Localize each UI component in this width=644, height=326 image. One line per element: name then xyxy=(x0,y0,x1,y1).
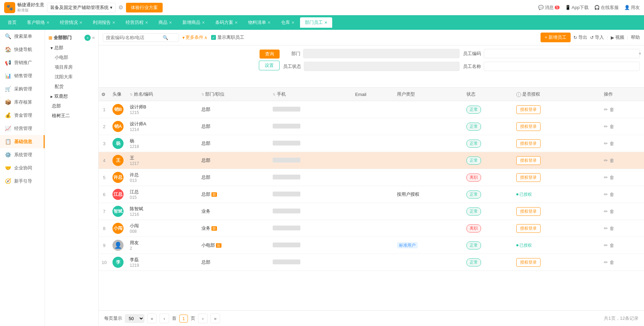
per-page-select[interactable]: 50 20 100 xyxy=(125,314,144,323)
edit-button[interactable]: ✏ xyxy=(604,192,608,197)
delete-button[interactable]: 🗑 xyxy=(609,209,614,214)
edit-button[interactable]: ✏ xyxy=(604,141,608,146)
add-employee-button[interactable]: + 新增员工 xyxy=(541,33,571,42)
tab-new-goods[interactable]: 新增商品 ✕ xyxy=(178,17,210,28)
close-icon[interactable]: ✕ xyxy=(112,20,115,25)
dept-node-xiaodibu[interactable]: 小电部 xyxy=(48,53,98,62)
dept-node-xiangmu[interactable]: 项目库房 xyxy=(48,62,98,72)
dept-collapse-button[interactable]: « xyxy=(92,35,95,41)
dept-node-zhishu[interactable]: 植树王二 xyxy=(48,111,98,121)
tab-department-staff[interactable]: 部门员工 ✕ xyxy=(300,17,332,28)
sort-icon3[interactable]: ⇅ xyxy=(273,92,275,96)
search-input-wrap[interactable]: 🔍 xyxy=(103,33,179,42)
tab-warehouse[interactable]: 仓库 ✕ xyxy=(276,17,299,28)
delete-button[interactable]: 🗑 xyxy=(609,192,614,197)
delete-button[interactable]: 🗑 xyxy=(609,259,614,265)
edit-button[interactable]: ✏ xyxy=(604,124,608,129)
edit-button[interactable]: ✏ xyxy=(604,175,608,180)
edit-button[interactable]: ✏ xyxy=(604,259,608,265)
auth-login-button[interactable]: 授权登录 xyxy=(516,139,541,148)
emp-status-select[interactable] xyxy=(304,62,460,71)
tab-operation[interactable]: 经营情况 ✕ xyxy=(55,17,87,28)
import-button[interactable]: ↺ 导入 xyxy=(590,34,604,41)
edit-button[interactable]: ✏ xyxy=(604,209,608,214)
dept-select[interactable] xyxy=(303,49,460,58)
tab-home[interactable]: 首页 xyxy=(3,17,21,28)
help-button[interactable]: 帮助 xyxy=(631,34,640,41)
close-icon[interactable]: ✕ xyxy=(145,20,148,25)
sidebar-item-collab[interactable]: 🤝 企业协同 xyxy=(0,161,45,175)
delete-button[interactable]: 🗑 xyxy=(609,107,614,112)
auth-login-button[interactable]: 授权登录 xyxy=(516,173,541,182)
trial-button[interactable]: 体验行业方案 xyxy=(126,3,163,12)
tab-history[interactable]: 经营历程 ✕ xyxy=(121,17,153,28)
delete-button[interactable]: 🗑 xyxy=(609,124,614,129)
sidebar-item-nav[interactable]: 🏠 快捷导航 xyxy=(0,43,45,56)
user-avatar[interactable]: 👤 用友 xyxy=(624,5,640,11)
delete-button[interactable]: 🗑 xyxy=(609,175,614,180)
system-title[interactable]: 装备及固定资产辅助管理系统 ▾ xyxy=(47,3,116,12)
dept-node-peihuo[interactable]: 配货 xyxy=(48,82,98,91)
sort-icon2[interactable]: ⇅ xyxy=(201,92,204,96)
last-page-button[interactable]: » xyxy=(210,314,220,323)
tab-customer[interactable]: 客户联络 ✕ xyxy=(22,17,54,28)
dept-node-zongbu-expand[interactable]: ▾ 总部 xyxy=(48,43,98,53)
query-button[interactable]: 查询 xyxy=(260,50,280,59)
delete-button[interactable]: 🗑 xyxy=(609,141,614,146)
close-icon[interactable]: ✕ xyxy=(291,20,294,25)
auth-login-button[interactable]: 授权登录 xyxy=(516,258,541,267)
delete-button[interactable]: 🗑 xyxy=(609,243,614,248)
sidebar-item-marketing[interactable]: 📢 营销推广 xyxy=(0,56,45,69)
prev-page-button[interactable]: ‹ xyxy=(160,314,169,323)
sidebar-item-finance[interactable]: 💰 资金管理 xyxy=(0,109,45,122)
sort-icon[interactable]: ⇅ xyxy=(130,92,133,96)
close-icon[interactable]: ✕ xyxy=(235,20,238,25)
export-button[interactable]: ↻ 导出 xyxy=(573,34,587,41)
dept-node-shuanglu[interactable]: ▸ 双鹿想 xyxy=(48,91,98,101)
dept-node-zongbu2[interactable]: 总部 xyxy=(48,101,98,111)
settings-icon[interactable]: ⚙ xyxy=(101,92,106,97)
dept-node-shenyang[interactable]: 沈阳大库 xyxy=(48,72,98,82)
online-service-button[interactable]: 🎧 在线客服 xyxy=(594,5,619,11)
close-icon[interactable]: ✕ xyxy=(202,20,205,25)
message-button[interactable]: 💬 消息 5 xyxy=(538,5,560,11)
edit-button[interactable]: ✏ xyxy=(604,226,608,231)
auth-login-button[interactable]: 授权登录 xyxy=(516,122,541,131)
info-icon[interactable]: i xyxy=(516,92,521,97)
search-input[interactable] xyxy=(106,35,161,40)
sidebar-item-operations[interactable]: 📈 经营管理 xyxy=(0,122,45,135)
sidebar-item-sales[interactable]: 📊 销售管理 xyxy=(0,69,45,82)
sidebar-item-basic-info[interactable]: 📋 基础信息 xyxy=(0,135,45,148)
close-icon[interactable]: ✕ xyxy=(267,20,271,25)
dept-add-button[interactable]: + xyxy=(84,35,91,41)
edit-button[interactable]: ✏ xyxy=(604,243,608,248)
set-button[interactable]: 设置 xyxy=(259,61,280,70)
emp-name-input[interactable] xyxy=(484,62,640,71)
edit-button[interactable]: ✏ xyxy=(604,158,608,163)
tab-bom[interactable]: 物料清单 ✕ xyxy=(243,17,275,28)
close-icon[interactable]: ✕ xyxy=(46,20,49,25)
delete-button[interactable]: 🗑 xyxy=(609,226,614,231)
auth-login-button[interactable]: 授权登录 xyxy=(516,156,541,165)
sidebar-item-guide[interactable]: 🧭 新手引导 xyxy=(0,175,45,188)
auth-login-button[interactable]: 授权登录 xyxy=(516,224,541,233)
auth-login-button[interactable]: 授权登录 xyxy=(516,105,541,114)
sidebar-item-inventory[interactable]: 📦 库存核算 xyxy=(0,96,45,109)
delete-button[interactable]: 🗑 xyxy=(609,158,614,163)
sidebar-item-search[interactable]: 🔍 搜索菜单 xyxy=(0,30,45,43)
edit-button[interactable]: ✏ xyxy=(604,107,608,112)
auth-login-button[interactable]: 授权登录 xyxy=(516,207,541,216)
emp-code-input[interactable] xyxy=(484,49,640,58)
tab-profit[interactable]: 利润报告 ✕ xyxy=(88,17,120,28)
close-icon[interactable]: ✕ xyxy=(79,20,82,25)
sidebar-item-system[interactable]: ⚙️ 系统管理 xyxy=(0,148,45,161)
close-icon[interactable]: ✕ xyxy=(169,20,172,25)
sidebar-item-purchase[interactable]: 🛒 采购管理 xyxy=(0,82,45,96)
tab-barcode[interactable]: 条码方案 ✕ xyxy=(210,17,243,28)
first-page-button[interactable]: « xyxy=(147,314,157,323)
view-button[interactable]: ▶ 视频 xyxy=(611,34,624,41)
show-resigned-toggle[interactable]: ✓ 显示离职员工 xyxy=(211,34,244,41)
app-download-button[interactable]: 📱 App下载 xyxy=(565,5,589,11)
gear-icon[interactable]: ⚙ xyxy=(118,4,123,11)
next-page-button[interactable]: › xyxy=(198,314,208,323)
